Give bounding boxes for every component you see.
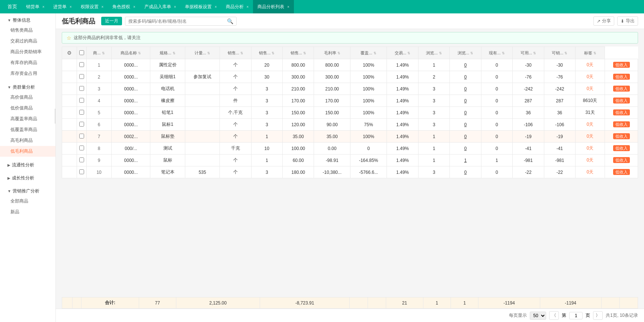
next-page-button[interactable]: 〉 — [593, 311, 603, 320]
row-checkbox[interactable] — [79, 62, 84, 67]
sidebar-section-overview-title[interactable]: ▼ 整体信息 — [0, 15, 55, 25]
date-filter-button[interactable]: 近一月 — [101, 17, 122, 25]
nav-analysis-list[interactable]: 商品分析列表 × — [253, 0, 294, 13]
sidebar-item-high-margin[interactable]: 高毛利商品 — [0, 135, 55, 146]
views1-link[interactable]: 0 — [464, 63, 467, 68]
column-sales-qty-header[interactable]: 销售... ⇅ — [220, 47, 251, 59]
column-views2-header[interactable]: 浏览... ⇅ — [450, 47, 481, 59]
close-purchase-icon[interactable]: × — [70, 5, 72, 9]
per-page-select[interactable]: 50 — [530, 312, 546, 320]
nav-permissions[interactable]: 权限设置 × — [76, 0, 108, 13]
column-sellable-header[interactable]: 可销... ⇅ — [544, 47, 575, 59]
row-checkbox[interactable] — [79, 157, 84, 162]
row-checkbox-cell[interactable] — [77, 95, 86, 107]
row-checkbox[interactable] — [79, 110, 84, 115]
row-views1[interactable]: 1 — [450, 154, 481, 166]
row-views1[interactable]: 0 — [450, 83, 481, 95]
nav-roles[interactable]: 角色授权 × — [108, 0, 140, 13]
close-sales-icon[interactable]: × — [42, 5, 45, 9]
prev-page-button[interactable]: 〈 — [549, 311, 559, 320]
row-checkbox-cell[interactable] — [77, 83, 86, 95]
views1-link[interactable]: 0 — [464, 170, 467, 175]
sidebar-item-stock-capital[interactable]: 库存资金占用 — [0, 68, 55, 79]
views1-link[interactable]: 0 — [464, 122, 467, 127]
column-name-header[interactable]: 商品名称 ⇅ — [112, 47, 150, 59]
close-products-icon[interactable]: × — [174, 5, 176, 9]
search-icon[interactable]: 🔍 — [227, 18, 233, 24]
views1-link[interactable]: 0 — [464, 98, 467, 103]
search-input[interactable] — [128, 19, 227, 24]
row-views1[interactable]: 0 — [450, 143, 481, 154]
sidebar-item-low-coverage[interactable]: 低覆盖率商品 — [0, 124, 55, 135]
export-button[interactable]: ⬇ 导出 — [617, 16, 638, 26]
column-tag-header[interactable]: 标签 ⇅ — [576, 47, 605, 59]
share-button[interactable]: ↗ 分享 — [593, 16, 614, 26]
page-number-input[interactable] — [569, 312, 583, 319]
column-settings-header[interactable]: ⚙ — [62, 47, 77, 59]
views1-link[interactable]: 1 — [464, 158, 467, 163]
sidebar-item-all-products[interactable]: 全部商品 — [0, 196, 55, 207]
row-views1[interactable]: 0 — [450, 119, 481, 131]
sidebar-item-low-margin[interactable]: 低毛利商品 — [0, 146, 55, 157]
row-checkbox-cell[interactable] — [77, 131, 86, 143]
views1-link[interactable]: 0 — [464, 110, 467, 115]
sidebar-item-low-value[interactable]: 低价值商品 — [0, 103, 55, 114]
row-checkbox[interactable] — [79, 146, 84, 150]
nav-purchase[interactable]: 进货单 × — [49, 0, 76, 13]
sidebar-item-high-value[interactable]: 高价值商品 — [0, 92, 55, 103]
row-checkbox[interactable] — [79, 98, 84, 103]
column-coverage-header[interactable]: 覆盖... ⇅ — [350, 47, 387, 59]
column-transactions-header[interactable]: 交易... ⇅ — [387, 47, 418, 59]
sidebar-section-flow-title[interactable]: ▶ 流通性分析 — [0, 160, 55, 170]
views1-link[interactable]: 0 — [464, 74, 467, 80]
views1-link[interactable]: 0 — [464, 134, 467, 139]
close-analysis-icon[interactable]: × — [246, 5, 249, 9]
column-unit-header[interactable]: 计量... ⇅ — [185, 47, 220, 59]
column-available-header[interactable]: 可用... ⇅ — [513, 47, 544, 59]
row-checkbox[interactable] — [79, 86, 84, 91]
row-views1[interactable]: 0 — [450, 95, 481, 107]
views1-link[interactable]: 0 — [464, 146, 467, 151]
row-checkbox-cell[interactable] — [77, 143, 86, 154]
sidebar-section-growth-title[interactable]: ▶ 成长性分析 — [0, 173, 55, 183]
row-checkbox-cell[interactable] — [77, 107, 86, 119]
sidebar-item-traded-products[interactable]: 交易过的商品 — [0, 36, 55, 47]
row-checkbox[interactable] — [79, 134, 84, 138]
select-all-checkbox[interactable] — [79, 50, 84, 55]
sidebar-item-sales-products[interactable]: 销售类商品 — [0, 25, 55, 36]
row-checkbox[interactable] — [79, 74, 84, 79]
column-sales-price-header[interactable]: 销售... ⇅ — [251, 47, 282, 59]
column-sales-amount-header[interactable]: 销售... ⇅ — [282, 47, 314, 59]
sidebar-item-stocked-products[interactable]: 有库存的商品 — [0, 57, 55, 68]
sidebar-item-category-rate[interactable]: 商品分类助销率 — [0, 47, 55, 57]
sidebar-item-high-coverage[interactable]: 高覆盖率商品 — [0, 114, 55, 124]
row-views1[interactable]: 0 — [450, 166, 481, 178]
close-roles-icon[interactable]: × — [133, 5, 135, 9]
sidebar-section-group-title[interactable]: ▼ 类群量分析 — [0, 82, 55, 92]
select-all-header[interactable] — [77, 47, 86, 59]
close-template-icon[interactable]: × — [215, 5, 217, 9]
row-views1[interactable]: 0 — [450, 131, 481, 143]
column-views1-header[interactable]: 浏览... ⇅ — [418, 47, 449, 59]
nav-sales[interactable]: 销货单 × — [22, 0, 49, 13]
close-list-icon[interactable]: × — [287, 5, 289, 9]
nav-products-inbound[interactable]: 产成品入库单 × — [140, 0, 180, 13]
column-gross-margin-header[interactable]: 毛利率 ⇅ — [314, 47, 350, 59]
row-checkbox-cell[interactable] — [77, 119, 86, 131]
row-views1[interactable]: 0 — [450, 71, 481, 83]
sidebar-item-new-products[interactable]: 新品 — [0, 207, 55, 217]
row-checkbox-cell[interactable] — [77, 71, 86, 83]
row-checkbox-cell[interactable] — [77, 154, 86, 166]
row-views1[interactable]: 0 — [450, 59, 481, 71]
column-code-header[interactable]: 商... ⇅ — [86, 47, 112, 59]
close-permissions-icon[interactable]: × — [102, 5, 104, 9]
column-spec-header[interactable]: 规格... ⇅ — [150, 47, 185, 59]
nav-product-analysis[interactable]: 商品分析 × — [221, 0, 253, 13]
row-views1[interactable]: 0 — [450, 107, 481, 119]
row-checkbox-cell[interactable] — [77, 59, 86, 71]
nav-template-settings[interactable]: 单据模板设置 × — [180, 0, 221, 13]
row-checkbox[interactable] — [79, 169, 84, 174]
row-checkbox[interactable] — [79, 122, 84, 127]
column-current-stock-header[interactable]: 现有... ⇅ — [481, 47, 512, 59]
sidebar-section-marketing-title[interactable]: ▼ 营销推广分析 — [0, 186, 55, 196]
